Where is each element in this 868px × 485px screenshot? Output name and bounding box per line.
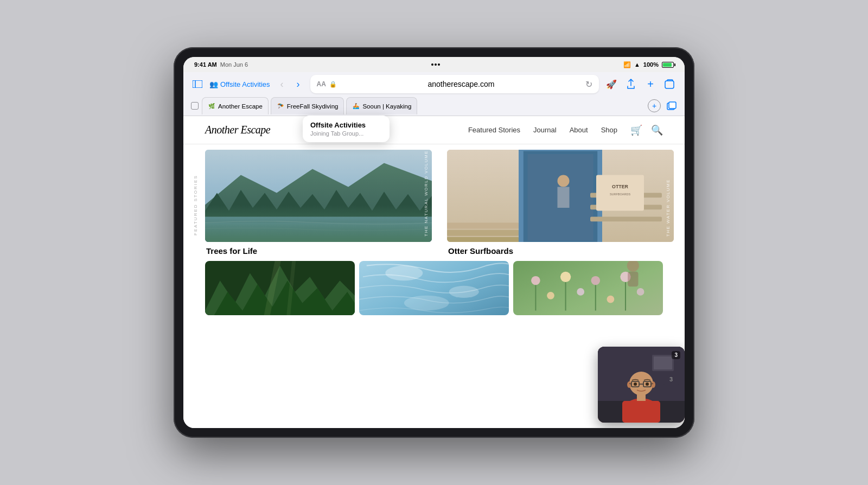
svg-point-26: [385, 266, 423, 281]
search-icon[interactable]: 🔍: [651, 124, 663, 136]
svg-point-28: [404, 296, 449, 311]
svg-point-58: [646, 382, 649, 386]
story1-title: Trees for Life: [205, 246, 432, 256]
battery-percent: 100%: [643, 61, 659, 68]
story1-vol-label: THE NATURAL WORLD VOLUME: [424, 150, 429, 237]
refresh-button[interactable]: ↻: [585, 79, 592, 90]
bottom-image-forest: [205, 261, 355, 315]
website-content: Another Escape Featured Stories Journal …: [183, 116, 685, 428]
sidebar-button[interactable]: [190, 76, 205, 92]
svg-rect-15: [590, 217, 662, 222]
url-text: anotherescape.com: [340, 80, 582, 88]
tab-kayaking[interactable]: 🚣 Sooun | Kayaking: [346, 97, 417, 114]
svg-rect-2: [665, 81, 674, 88]
svg-text:OTTER: OTTER: [612, 184, 628, 189]
nav-journal[interactable]: Journal: [533, 126, 557, 134]
svg-point-37: [637, 288, 644, 296]
svg-rect-0: [193, 80, 202, 88]
tab-label-another-escape: Another Escape: [218, 103, 263, 110]
svg-rect-6: [205, 217, 432, 242]
story-image-trees: THE NATURAL WORLD VOLUME: [205, 150, 432, 242]
main-stories: THE NATURAL WORLD VOLUME Trees for Life: [201, 150, 678, 256]
status-dots: [431, 63, 440, 66]
svg-rect-20: [447, 230, 519, 236]
story2-vol-label: THE WATER VOLUME: [666, 179, 671, 237]
forward-button[interactable]: ›: [291, 76, 306, 92]
tab-sidebar-indicator: [190, 102, 200, 110]
tablet-frame: 9:41 AM Mon Jun 6 📶 ▲ 100%: [174, 47, 694, 438]
lake-image: THE NATURAL WORLD VOLUME: [205, 150, 432, 242]
site-menu: Featured Stories Journal About Shop: [468, 126, 617, 134]
svg-point-27: [449, 286, 479, 298]
lock-icon: 🔒: [329, 81, 337, 88]
nav-featured-stories[interactable]: Featured Stories: [468, 126, 520, 134]
hotspot-icon: 📶: [623, 61, 631, 68]
battery-fill: [663, 63, 672, 67]
svg-point-35: [607, 296, 615, 303]
nav-shop[interactable]: Shop: [601, 126, 617, 134]
tabs-bar-end: +: [648, 99, 678, 112]
bottom-card-2[interactable]: [359, 261, 509, 315]
group-name: Offsite Activities: [220, 80, 270, 88]
status-left: 9:41 AM Mon Jun 6: [194, 61, 248, 68]
status-bar: 9:41 AM Mon Jun 6 📶 ▲ 100%: [183, 57, 685, 72]
svg-point-31: [547, 292, 554, 299]
tab-favicon-another-escape: 🌿: [208, 103, 215, 110]
share-button[interactable]: [623, 76, 639, 92]
cart-icon[interactable]: 🛒: [630, 124, 642, 136]
bottom-image-flowers: [513, 261, 663, 315]
tab-another-escape[interactable]: 🌿 Another Escape: [202, 97, 269, 114]
story-card-otter[interactable]: OTTER SURFBOARDS THE WATER VOLUME: [447, 150, 674, 256]
tab-switcher-button[interactable]: [665, 99, 678, 112]
tab-favicon-freefall: 🪂: [277, 103, 284, 110]
rocket-button[interactable]: 🚀: [603, 76, 620, 92]
bottom-image-snow: [359, 261, 509, 315]
address-bar[interactable]: AA 🔒 anotherescape.com ↻: [310, 75, 599, 93]
svg-point-11: [558, 175, 570, 187]
bottom-grid: [183, 256, 685, 315]
site-nav-icons: 🛒 🔍: [630, 124, 663, 136]
tabs-button[interactable]: [662, 76, 678, 92]
bottom-card-3[interactable]: [513, 261, 663, 315]
status-right: 📶 ▲ 100%: [623, 61, 674, 68]
toolbar-actions: 🚀 +: [603, 76, 678, 92]
story-image-otter: OTTER SURFBOARDS THE WATER VOLUME: [447, 150, 674, 242]
svg-point-50: [627, 381, 631, 388]
aa-button[interactable]: AA: [317, 80, 326, 88]
browser-chrome: 👥 Offsite Activities ‹ › AA 🔒 anotheresc…: [183, 72, 685, 116]
bottom-card-1[interactable]: [205, 261, 355, 315]
story2-title: Otter Surfboards: [447, 246, 674, 256]
featured-section: FEATURED STORIES: [183, 144, 685, 256]
browser-toolbar: 👥 Offsite Activities ‹ › AA 🔒 anotheresc…: [183, 72, 685, 96]
nav-about[interactable]: About: [570, 126, 588, 134]
back-button[interactable]: ‹: [275, 76, 290, 92]
tabs-area: 🌿 Another Escape 🪂 FreeFall Skydiving 🚣 …: [183, 96, 685, 116]
svg-point-34: [591, 276, 601, 285]
svg-rect-21: [447, 237, 519, 242]
facetime-overlay[interactable]: 3: [598, 347, 685, 423]
tab-group-button[interactable]: 👥 Offsite Activities: [209, 80, 270, 88]
tabs-bar: 🌿 Another Escape 🪂 FreeFall Skydiving 🚣 …: [183, 96, 685, 116]
new-tab-button[interactable]: +: [642, 76, 659, 92]
battery-icon: [662, 62, 674, 68]
tab-freefall[interactable]: 🪂 FreeFall Skydiving: [271, 97, 344, 114]
svg-point-57: [634, 382, 637, 386]
wifi-icon: ▲: [634, 61, 640, 68]
site-logo: Another Escape: [205, 124, 270, 136]
add-tab-button[interactable]: +: [648, 99, 661, 112]
svg-point-32: [560, 272, 571, 282]
site-nav: Another Escape Featured Stories Journal …: [183, 116, 685, 144]
svg-point-49: [629, 372, 653, 395]
facetime-badge: 3: [672, 351, 680, 359]
story-card-trees[interactable]: THE NATURAL WORLD VOLUME Trees for Life: [205, 150, 432, 256]
nav-buttons: ‹ ›: [275, 76, 306, 92]
tablet-screen: 9:41 AM Mon Jun 6 📶 ▲ 100%: [183, 57, 685, 428]
tab-label-kayaking: Sooun | Kayaking: [362, 103, 411, 110]
svg-text:SURFBOARDS: SURFBOARDS: [610, 193, 631, 196]
svg-rect-39: [628, 272, 638, 287]
svg-rect-19: [447, 223, 519, 229]
content-area: FEATURED STORIES: [183, 144, 685, 428]
svg-rect-4: [669, 102, 676, 109]
status-time: 9:41 AM: [194, 61, 217, 68]
svg-rect-47: [622, 401, 660, 423]
